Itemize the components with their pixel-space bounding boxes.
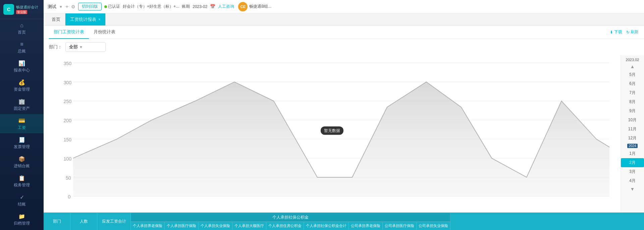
company-dropdown-icon[interactable]: ▼ [59,5,63,9]
col-personal-medical: 个人承担医疗保险 [165,222,199,230]
date-panel-month-12[interactable]: 12月 [621,134,644,143]
settings-button[interactable]: ⚙ [71,4,75,9]
download-button[interactable]: ⬇ 下载 [610,29,622,35]
switch-version-button[interactable]: 切到旧版 [78,3,102,10]
header-right: 人工咨询 CE 畅捷通B组... [218,2,271,11]
filter-dropdown-icon: ▼ [79,45,83,49]
svg-text:0: 0 [68,194,70,199]
col-company-medical: 公司承担医疗保险 [383,222,417,230]
funds-icon: 💰 [18,79,25,86]
sidebar-item-assets[interactable]: 🏢 固定资产 [0,95,44,114]
settle-icon: ✓ [20,194,24,200]
svg-text:250: 250 [63,99,71,104]
sidebar-item-ledger[interactable]: ≡ 总账 [0,38,44,57]
user-avatar: CE [238,2,248,11]
col-dept: 部门 [44,213,70,230]
col-count: 人数 [70,213,97,230]
status-dot [104,5,107,8]
sidebar-item-invoice[interactable]: 🧾 发票管理 [0,133,44,152]
chart-section: 350 300 250 200 150 100 50 0 [44,55,644,213]
sub-tab-dept[interactable]: 部门工资统计表 [49,26,89,39]
filter-label: 部门： [49,44,62,50]
sub-tab-month[interactable]: 月份统计表 [89,26,120,39]
sidebar-item-label: 资金管理 [14,87,30,92]
sidebar-item-label: 归档管理 [14,221,30,226]
date-panel-year-display[interactable]: 2023.02 [621,57,644,63]
svg-text:100: 100 [63,156,71,162]
svg-text:300: 300 [63,80,71,85]
status-text: 已认证 [108,4,120,9]
svg-text:50: 50 [66,175,71,180]
col-group-personal: 个人承担社保公积金 个人承担养老保险 个人承担医疗保险 个人承担失业保险 个人承… [131,213,450,230]
sidebar-item-salary[interactable]: 💳 工资 [0,114,44,133]
sidebar-item-label: 结账 [18,201,26,207]
dept-filter-select[interactable]: 全部 ▼ [65,42,106,52]
sidebar-item-label: 报表中心 [14,67,30,73]
tab-home-label: 首页 [52,16,60,22]
col-group-header: 个人承担社保公积金 [131,213,450,222]
main-area: 测试 ▼ + ⚙ 切到旧版 已认证 好会计（专）+好生意（标）+... 账期 2… [44,0,644,230]
status-badge: 已认证 [104,4,120,9]
reports-icon: 📊 [18,60,25,66]
sidebar-item-sales[interactable]: 📦 进销台账 [0,152,44,172]
date-panel-month-11[interactable]: 11月 [621,125,644,134]
sidebar-item-label: 税务管理 [14,182,30,188]
col-personal-unemployment: 个人承担失业保险 [199,222,232,230]
date-panel: 2023.02 ▲ 5月 6月 7月 8月 9月 10月 11月 12月 202… [621,55,644,213]
company-name: 测试 [48,4,56,10]
date-panel-month-7[interactable]: 7月 [621,88,644,97]
sidebar-item-archive[interactable]: 📁 归档管理 [0,210,44,229]
calendar-icon[interactable]: 📅 [210,4,215,9]
tax-icon: 📋 [18,175,25,181]
sidebar: C 畅捷通好会计 专业版 ⌂ 首页 ≡ 总账 📊 报表中心 💰 资金管理 🏢 固… [0,0,44,230]
chart-svg: 350 300 250 200 150 100 50 0 [47,58,614,209]
sidebar-item-home[interactable]: ⌂ 首页 [0,19,44,38]
sidebar-item-label: 进销台账 [14,163,30,169]
date-panel-down-icon[interactable]: ▼ [629,185,636,193]
tab-close-icon[interactable]: × [98,17,101,22]
period-value: 2023-02 [193,4,207,9]
archive-icon: 📁 [18,213,25,220]
download-label: 下载 [614,29,622,35]
sidebar-item-reports[interactable]: 📊 报表中心 [0,57,44,76]
filter-bar: 部门： 全部 ▼ [44,39,644,55]
col-company-pension: 公司承担养老保险 [349,222,383,230]
date-panel-month-8[interactable]: 8月 [621,97,644,106]
sidebar-item-label: 首页 [18,30,26,35]
download-icon: ⬇ [610,30,613,35]
date-panel-month-3[interactable]: 3月 [621,167,644,176]
sidebar-item-label: 固定资产 [14,106,30,111]
salary-icon: 💳 [18,118,25,124]
tab-salary[interactable]: 工资统计报表 × [65,13,106,26]
date-panel-month-9[interactable]: 9月 [621,106,644,116]
col-total-salary: 应发工资合计 [97,213,131,230]
top-header: 测试 ▼ + ⚙ 切到旧版 已认证 好会计（专）+好生意（标）+... 账期 2… [44,0,644,13]
date-panel-month-1[interactable]: 1月 [621,149,644,158]
sidebar-item-settle[interactable]: ✓ 结账 [0,191,44,210]
svg-text:200: 200 [63,118,71,123]
add-button[interactable]: + [65,4,68,10]
col-personal-total: 个人承担社保公积金合计 [304,222,349,230]
sidebar-item-tax[interactable]: 📋 税务管理 [0,172,44,191]
col-personal-pension: 个人承担养老保险 [131,222,165,230]
chart-container: 350 300 250 200 150 100 50 0 [44,55,621,213]
tab-bar: 首页 工资统计报表 × [44,13,644,26]
date-panel-month-6[interactable]: 6月 [621,79,644,88]
date-panel-month-2[interactable]: 2月 [621,158,644,167]
invoice-icon: 🧾 [18,137,25,143]
tab-home[interactable]: 首页 [47,13,65,26]
ledger-icon: ≡ [20,41,23,47]
sidebar-item-funds[interactable]: 💰 资金管理 [0,76,44,95]
year-badge-2024[interactable]: 2024 [627,144,637,148]
col-group-body: 个人承担养老保险 个人承担医疗保险 个人承担失业保险 个人承担大额医疗 个人承担… [131,222,450,230]
date-panel-up-icon[interactable]: ▲ [629,63,636,70]
refresh-button[interactable]: ↻ 刷新 [626,29,639,35]
sidebar-item-label: 总账 [18,48,26,54]
sidebar-item-label: 工资 [18,125,26,131]
date-panel-month-10[interactable]: 10月 [621,116,644,125]
date-panel-month-5[interactable]: 5月 [621,70,644,79]
filter-value: 全部 [69,44,78,50]
date-panel-month-4[interactable]: 4月 [621,176,644,185]
support-link[interactable]: 人工咨询 [218,4,234,9]
app-logo: C 畅捷通好会计 专业版 [0,0,44,19]
